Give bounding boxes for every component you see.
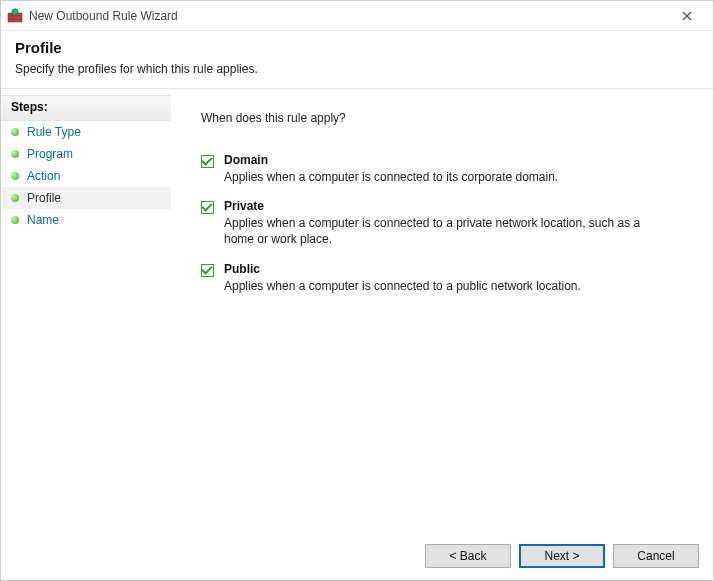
option-name: Domain	[224, 153, 558, 167]
step-label: Profile	[27, 191, 61, 205]
firewall-icon	[7, 8, 23, 24]
content-area: When does this rule apply? DomainApplies…	[171, 89, 713, 580]
titlebar: New Outbound Rule Wizard	[1, 1, 713, 31]
profile-option-domain: DomainApplies when a computer is connect…	[201, 153, 695, 185]
option-text: PublicApplies when a computer is connect…	[224, 262, 581, 294]
back-button[interactable]: < Back	[425, 544, 511, 568]
next-button[interactable]: Next >	[519, 544, 605, 568]
steps-sidebar: Steps: Rule TypeProgramActionProfileName	[1, 89, 171, 580]
question-text: When does this rule apply?	[201, 111, 695, 125]
wizard-body: Steps: Rule TypeProgramActionProfileName…	[1, 89, 713, 580]
step-bullet-icon	[11, 172, 19, 180]
close-button[interactable]	[667, 8, 707, 24]
option-name: Private	[224, 199, 664, 213]
option-description: Applies when a computer is connected to …	[224, 169, 558, 185]
checkbox-private[interactable]	[201, 201, 214, 214]
step-bullet-icon	[11, 216, 19, 224]
wizard-window: New Outbound Rule Wizard Profile Specify…	[0, 0, 714, 581]
close-icon	[682, 11, 692, 21]
page-subtitle: Specify the profiles for which this rule…	[15, 62, 699, 76]
step-rule-type[interactable]: Rule Type	[1, 121, 171, 143]
checkbox-domain[interactable]	[201, 155, 214, 168]
step-program[interactable]: Program	[1, 143, 171, 165]
step-bullet-icon	[11, 194, 19, 202]
page-title: Profile	[15, 39, 699, 56]
option-description: Applies when a computer is connected to …	[224, 278, 581, 294]
step-bullet-icon	[11, 150, 19, 158]
option-text: DomainApplies when a computer is connect…	[224, 153, 558, 185]
window-title: New Outbound Rule Wizard	[29, 9, 667, 23]
step-action[interactable]: Action	[1, 165, 171, 187]
wizard-footer: < Back Next > Cancel	[425, 544, 699, 568]
option-name: Public	[224, 262, 581, 276]
step-label: Rule Type	[27, 125, 81, 139]
step-name[interactable]: Name	[1, 209, 171, 231]
profile-option-public: PublicApplies when a computer is connect…	[201, 262, 695, 294]
option-text: PrivateApplies when a computer is connec…	[224, 199, 664, 247]
step-label: Name	[27, 213, 59, 227]
steps-title: Steps:	[1, 95, 171, 121]
svg-point-5	[12, 8, 18, 14]
step-label: Program	[27, 147, 73, 161]
step-profile[interactable]: Profile	[1, 187, 171, 209]
profile-option-private: PrivateApplies when a computer is connec…	[201, 199, 695, 247]
step-bullet-icon	[11, 128, 19, 136]
cancel-button[interactable]: Cancel	[613, 544, 699, 568]
option-description: Applies when a computer is connected to …	[224, 215, 664, 247]
wizard-header: Profile Specify the profiles for which t…	[1, 31, 713, 89]
checkbox-public[interactable]	[201, 264, 214, 277]
step-label: Action	[27, 169, 60, 183]
